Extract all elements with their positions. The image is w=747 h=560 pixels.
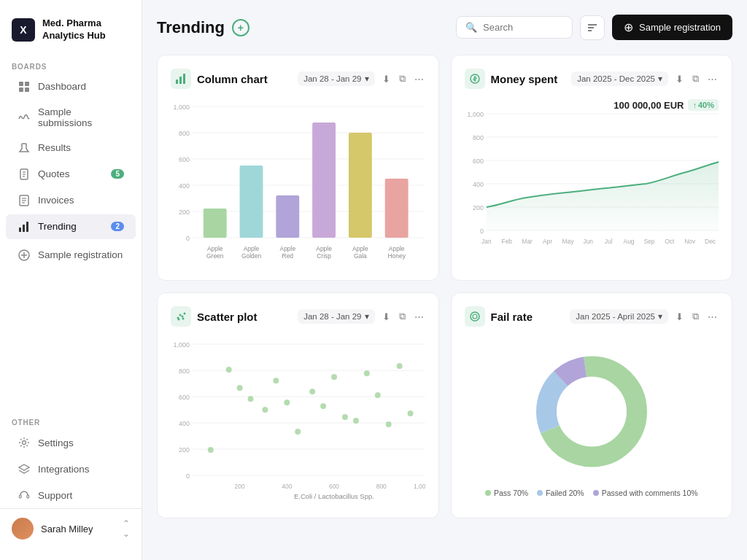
download-icon[interactable]: ⬇ [381,72,392,86]
svg-point-105 [331,374,337,380]
sidebar-item-quotes[interactable]: Quotes 5 [6,162,136,187]
svg-text:Apr: Apr [542,238,551,245]
user-profile[interactable]: Sarah Milley ⌃⌄ [0,508,142,548]
more-options-icon[interactable]: ⋯ [706,72,719,86]
svg-text:800: 800 [179,130,190,137]
svg-text:1,000: 1,000 [173,104,189,111]
fail-rate-header: Fail rate Jan 2025 - April 2025 ▾ ⬇ ⧉ ⋯ [465,306,719,327]
svg-text:800: 800 [472,134,483,141]
sidebar-item-integrations[interactable]: Integrations [6,456,136,481]
search-box[interactable]: 🔍 [456,16,573,39]
svg-text:Crisp: Crisp [317,252,331,260]
filter-sliders-icon[interactable]: ⧉ [691,71,700,86]
filter-sliders-icon[interactable]: ⧉ [398,71,407,86]
svg-text:600: 600 [179,156,190,163]
svg-point-82 [182,318,185,320]
svg-text:Apple: Apple [389,245,405,252]
filter-button[interactable] [580,15,605,40]
filter-sliders-icon[interactable]: ⧉ [398,309,407,324]
svg-rect-2 [19,88,23,92]
svg-point-102 [295,429,301,435]
svg-point-96 [226,367,232,373]
download-icon[interactable]: ⬇ [674,310,685,324]
svg-point-112 [408,411,414,416]
svg-text:Green: Green [206,252,224,260]
svg-point-100 [273,378,279,384]
document-icon [18,168,31,181]
sidebar-item-sample-registration[interactable]: Sample registration [6,243,136,268]
svg-text:800: 800 [376,483,387,490]
svg-text:Feb: Feb [501,238,512,245]
svg-point-119 [473,314,477,319]
svg-text:Nov: Nov [684,238,696,245]
sidebar-item-settings[interactable]: Settings [6,430,136,455]
money-chart-title: Money spent [491,73,558,85]
add-trending-button[interactable]: + [232,19,249,36]
quotes-badge: 5 [111,169,124,179]
svg-text:Jul: Jul [604,238,612,245]
svg-point-107 [353,418,359,424]
download-icon[interactable]: ⬇ [674,72,685,86]
column-chart-actions: ⬇ ⧉ ⋯ [381,71,425,86]
sidebar-item-results[interactable]: Results [6,136,136,160]
svg-text:Sep: Sep [643,238,654,245]
fail-rate-card: Fail rate Jan 2025 - April 2025 ▾ ⬇ ⧉ ⋯ [451,292,733,518]
sidebar-item-trending[interactable]: Trending 2 [6,214,136,239]
svg-rect-1 [25,82,29,86]
svg-point-97 [237,385,243,391]
svg-rect-21 [27,495,29,498]
page-title: Trending [157,18,225,37]
more-options-icon[interactable]: ⋯ [706,310,719,324]
svg-point-101 [284,400,290,405]
svg-text:Mar: Mar [522,238,533,245]
bar-apple-crisp [312,122,336,238]
more-options-icon[interactable]: ⋯ [413,310,425,324]
sidebar-item-label: Invoices [38,195,74,206]
sidebar-item-sample-submissions[interactable]: Sample submissions [6,101,136,134]
sidebar-item-label: Results [38,142,71,153]
svg-text:200: 200 [235,483,245,490]
svg-text:May: May [562,238,574,245]
sidebar-item-label: Integrations [38,464,90,475]
svg-rect-0 [19,82,23,86]
grid-icon [18,80,31,93]
svg-text:Apple: Apple [207,245,223,252]
svg-rect-14 [23,225,25,232]
svg-text:Honey: Honey [387,252,406,260]
download-icon[interactable]: ⬇ [381,310,392,324]
money-chart-area: 100 000,00 EUR ↑ 40% 1,000 800 [465,99,719,267]
app-name: Med. Pharma Analytics Hub [42,18,106,42]
legend-dot-comments [593,490,599,496]
svg-point-108 [364,370,370,376]
money-value: 100 000,00 EUR ↑ 40% [614,99,719,111]
sample-registration-button[interactable]: ⊕ Sample registration [612,15,732,40]
sidebar-item-dashboard[interactable]: Dashboard [6,74,136,99]
svg-point-109 [375,392,381,398]
svg-point-98 [248,396,254,402]
search-input[interactable] [483,22,563,33]
fail-rate-date[interactable]: Jan 2025 - April 2025 ▾ [570,309,668,324]
filter-sliders-icon[interactable]: ⧉ [691,309,700,324]
money-chart-date[interactable]: Jan 2025 - Dec 2025 ▾ [571,71,668,86]
svg-point-19 [23,441,26,445]
sidebar-item-support[interactable]: Support [6,483,136,508]
scatter-chart-title: Scatter plot [197,311,258,323]
fail-rate-actions: ⬇ ⧉ ⋯ [674,309,719,324]
scatter-chart-date[interactable]: Jan 28 - Jan 29 ▾ [298,309,374,324]
money-chart-svg: 1,000 800 600 400 200 0 [465,99,719,267]
plus-circle-icon: ⊕ [624,20,633,34]
svg-text:200: 200 [179,209,190,216]
column-chart-date[interactable]: Jan 28 - Jan 29 ▾ [298,71,374,86]
column-chart-header: Column chart Jan 28 - Jan 29 ▾ ⬇ ⧉ ⋯ [171,69,425,89]
wave-icon [18,111,31,124]
scatter-chart-title-wrap: Scatter plot [171,306,258,327]
money-spent-card: Money spent Jan 2025 - Dec 2025 ▾ ⬇ ⧉ ⋯ [451,55,733,281]
column-chart-title: Column chart [197,73,268,85]
svg-point-103 [309,389,315,394]
svg-point-118 [471,312,479,321]
more-options-icon[interactable]: ⋯ [413,72,425,86]
money-chart-title-wrap: Money spent [465,69,558,89]
sidebar-item-invoices[interactable]: Invoices [6,188,136,213]
svg-point-106 [342,414,348,420]
svg-point-99 [262,407,268,413]
